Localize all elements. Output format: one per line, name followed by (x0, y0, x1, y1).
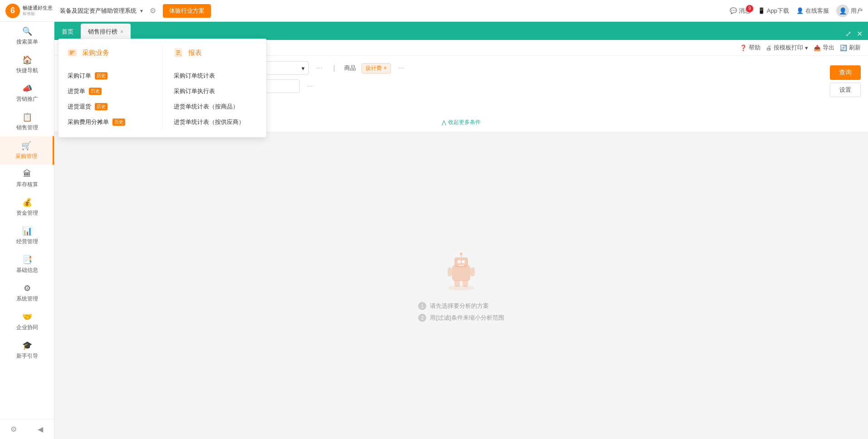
basic-icon: 📑 (22, 255, 32, 265)
svg-rect-1 (452, 265, 470, 281)
online-service-btn[interactable]: 👤 在线客服 (796, 7, 829, 15)
operations-icon: 📊 (22, 226, 32, 236)
purchase-col-icon (66, 46, 78, 59)
settings-btn[interactable]: 设置 (830, 83, 861, 97)
collapse-btn[interactable]: ⋀ 收起更多条件 (442, 118, 481, 126)
svg-rect-11 (463, 280, 468, 287)
export-btn[interactable]: 📤 导出 (814, 44, 834, 52)
empty-tip-1: 1 请先选择要分析的方案 (418, 302, 504, 310)
tip1-text: 请先选择要分析的方案 (430, 302, 489, 310)
svg-rect-9 (470, 267, 475, 276)
sidebar-settings-btn[interactable]: ⚙ (0, 419, 27, 439)
header-middle: 装备及固定资产辅助管理系统 ▾ ⚙ 体验行业方案 (60, 4, 730, 18)
tip1-num: 1 (418, 302, 426, 310)
print-icon: 🖨 (766, 44, 772, 51)
system-dropdown-btn[interactable]: ▾ (140, 8, 143, 14)
history-badge-2: 历史 (95, 103, 107, 110)
home-icon: 🏠 (22, 55, 32, 65)
goods-dots[interactable]: ··· (396, 64, 406, 72)
sidebar-item-system[interactable]: ⚙ 系统管理 (0, 279, 54, 307)
refresh-btn[interactable]: 🔄 刷新 (840, 44, 861, 52)
logo-area: 6 畅捷通好生意 标准版 (5, 4, 60, 18)
dropdown-item-stock-in-by-goods[interactable]: 进货单统计表（按商品） (172, 99, 259, 114)
search-icon: 🔍 (22, 26, 32, 36)
dropdown-item-purchase-exec[interactable]: 采购订单执行表 (172, 84, 259, 99)
system-title: 装备及固定资产辅助管理系统 (60, 7, 137, 15)
dropdown-item-stock-return[interactable]: 进货退货 历史 (66, 99, 153, 114)
collapse-up-icon: ⋀ (442, 119, 446, 126)
sales-icon: 📋 (22, 112, 32, 122)
header-right: 💬 9 消息 📱 App下载 👤 在线客服 👤 用户 (730, 5, 863, 17)
purchase-col: 采购业务 采购订单 历史 进货单 历史 进货退货 历史 采购费用分摊单 历史 (66, 46, 153, 130)
goods-tag: 设计费 × (361, 63, 391, 74)
svg-rect-10 (454, 280, 460, 287)
print-dropdown-icon: ▾ (805, 44, 808, 51)
purchase-dropdown-menu: 采购业务 采购订单 历史 进货单 历史 进货退货 历史 采购费用分摊单 历史 (58, 39, 267, 138)
sidebar-item-guide[interactable]: 🎓 新手引导 (0, 336, 54, 365)
status-dots[interactable]: ··· (314, 64, 324, 72)
sidebar-item-sales[interactable]: 📋 销售管理 (0, 108, 54, 136)
refresh-icon: 🔄 (840, 44, 847, 51)
empty-illustration (439, 249, 484, 295)
enterprise-icon: 🤝 (22, 312, 32, 322)
query-area: 查询 设置 (830, 65, 861, 97)
industry-btn[interactable]: 体验行业方案 (163, 4, 211, 18)
tip2-text: 用[过滤]条件来缩小分析范围 (430, 314, 504, 322)
sidebar-item-purchase[interactable]: 🛒 采购管理 (0, 136, 54, 165)
dropdown-item-purchase-order[interactable]: 采购订单 历史 (66, 68, 153, 84)
salesman-dots[interactable]: ··· (305, 82, 315, 90)
help-icon: ❓ (740, 44, 747, 51)
tip2-num: 2 (418, 314, 426, 322)
user-area[interactable]: 👤 用户 (836, 5, 863, 17)
report-col: 报表 采购订单统计表 采购订单执行表 进货单统计表（按商品） 进货单统计表（按供… (172, 46, 259, 130)
print-btn[interactable]: 🖨 按模板打印 ▾ (766, 44, 808, 52)
sidebar-item-inventory[interactable]: 🏛 库存核算 (0, 165, 54, 193)
finance-icon: 💰 (22, 197, 32, 207)
export-icon: 📤 (814, 44, 821, 51)
sidebar-item-marketing[interactable]: 📣 营销推广 (0, 79, 54, 108)
empty-tip-2: 2 用[过滤]条件来缩小分析范围 (418, 314, 504, 322)
service-icon: 👤 (796, 7, 804, 14)
sidebar-collapse-btn[interactable]: ◀ (27, 419, 54, 439)
goods-tag-close-btn[interactable]: × (384, 65, 387, 71)
dropdown-item-stock-in[interactable]: 进货单 历史 (66, 84, 153, 99)
dropdown-item-purchase-stat[interactable]: 采购订单统计表 (172, 68, 259, 84)
sidebar-item-search[interactable]: 🔍 搜索菜单 (0, 22, 54, 50)
logo-version: 标准版 (23, 11, 53, 17)
tab-sales-rank[interactable]: 销售排行榜 × (81, 24, 131, 40)
tab-maximize-btn[interactable]: ⤢ (844, 28, 853, 40)
empty-tips: 1 请先选择要分析的方案 2 用[过滤]条件来缩小分析范围 (418, 302, 504, 322)
report-col-icon (172, 46, 185, 59)
tab-home[interactable]: 首页 (54, 24, 81, 40)
gear-icon[interactable]: ⚙ (146, 5, 159, 17)
logo-name: 畅捷通好生意 (23, 5, 53, 11)
svg-rect-3 (458, 260, 461, 263)
logo-icon: 6 (5, 4, 20, 18)
report-col-title: 报表 (188, 49, 202, 57)
guide-icon: 🎓 (22, 340, 32, 350)
svg-rect-5 (458, 265, 464, 266)
dropdown-item-cost-alloc[interactable]: 采购费用分摊单 历史 (66, 114, 153, 130)
sidebar-item-basic[interactable]: 📑 基础信息 (0, 250, 54, 279)
purchase-col-title: 采购业务 (82, 49, 109, 57)
sidebar-item-operations[interactable]: 📊 经营管理 (0, 222, 54, 250)
sidebar-item-finance[interactable]: 💰 资金管理 (0, 193, 54, 222)
tab-close-btn[interactable]: × (120, 29, 123, 35)
sidebar-item-enterprise[interactable]: 🤝 企业协同 (0, 307, 54, 336)
purchase-col-header: 采购业务 (66, 46, 153, 63)
marketing-icon: 📣 (22, 84, 32, 94)
app-download-btn[interactable]: 📱 App下载 (758, 7, 789, 15)
report-col-header: 报表 (172, 46, 259, 63)
dropdown-item-stock-in-by-supplier[interactable]: 进货单统计表（按供应商） (172, 114, 259, 130)
messages-btn[interactable]: 💬 9 消息 (730, 7, 751, 15)
svg-rect-8 (448, 267, 452, 276)
query-btn[interactable]: 查询 (830, 65, 861, 80)
sidebar: 🔍 搜索菜单 🏠 快捷导航 📣 营销推广 📋 销售管理 🛒 采购管理 🏛 库存核… (0, 22, 54, 439)
tab-close-all-btn[interactable]: ✕ (855, 28, 864, 40)
top-header: 6 畅捷通好生意 标准版 装备及固定资产辅助管理系统 ▾ ⚙ 体验行业方案 💬 … (0, 0, 868, 22)
help-btn[interactable]: ❓ 帮助 (740, 44, 761, 52)
message-icon: 💬 (730, 7, 737, 14)
empty-state: 1 请先选择要分析的方案 2 用[过滤]条件来缩小分析范围 (54, 132, 868, 439)
phone-icon: 📱 (758, 7, 765, 14)
sidebar-item-quick[interactable]: 🏠 快捷导航 (0, 50, 54, 79)
